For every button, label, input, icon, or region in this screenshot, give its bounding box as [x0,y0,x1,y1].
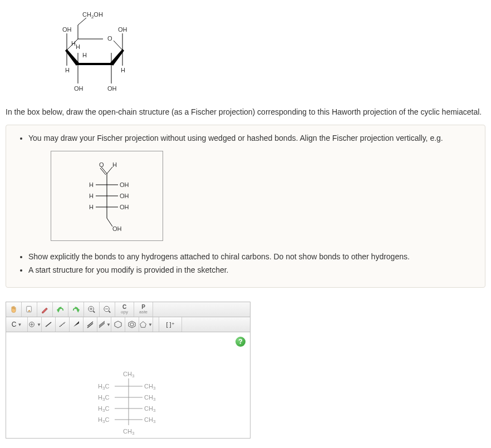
svg-text:H: H [89,181,94,188]
svg-text:OH: OH [118,26,127,33]
svg-text:OH: OH [112,225,122,232]
sketcher-toolbar-1: C opy P aste [6,302,251,317]
svg-point-66 [130,323,134,326]
select-tool-button[interactable] [22,302,37,317]
ring-pentagon-tool[interactable]: ▼ [139,317,153,332]
svg-line-43 [107,218,112,227]
svg-line-63 [99,323,105,328]
svg-marker-67 [140,322,146,328]
svg-line-57 [60,322,65,327]
svg-line-32 [107,167,112,174]
svg-text:H3C: H3C [98,383,109,391]
svg-text:CH3: CH3 [144,394,156,402]
instruction-box: You may draw your Fischer projection wit… [6,125,485,288]
svg-marker-58 [73,321,79,327]
svg-text:CH3: CH3 [123,428,135,436]
draw-tool-button[interactable] [37,302,53,317]
svg-text:H3C: H3C [98,416,109,424]
svg-line-10 [78,18,86,25]
svg-line-62 [99,322,105,327]
svg-line-3 [114,41,122,50]
svg-text:H: H [65,67,70,73]
svg-line-56 [46,322,51,327]
svg-marker-65 [129,321,135,328]
svg-text:H3C: H3C [98,405,109,413]
svg-text:OH: OH [62,26,72,33]
hand-tool-button[interactable] [6,302,22,317]
svg-text:CH3: CH3 [144,416,156,424]
fischer-example-svg: O H H OH H OH H OH OH [79,157,135,235]
svg-text:OH: OH [120,204,129,210]
paste-button[interactable]: P aste [134,302,153,317]
svg-marker-64 [115,321,121,328]
zoom-out-button[interactable] [100,302,115,317]
instruction-item-3: A start structure for you modify is prov… [28,265,474,274]
ring-benzene-tool[interactable] [125,317,139,332]
svg-line-49 [93,311,95,313]
fischer-example-box: O H H OH H OH H OH OH [51,151,163,241]
expand-button[interactable]: [ ]⁺ [159,317,182,332]
svg-text:CH3: CH3 [123,371,135,378]
haworth-structure: O CH2OH H OH H OH H H H OH OH [50,6,485,102]
svg-text:H: H [112,161,117,168]
svg-text:H: H [89,193,94,199]
charge-tool[interactable]: ▼ [28,317,42,332]
dotted-bond-tool[interactable] [56,317,70,332]
svg-text:OH: OH [120,181,129,188]
svg-text:OH: OH [107,85,117,92]
sketcher-canvas[interactable]: ? CH3 H3C CH3 H3C CH3 H3C CH3 H3C CH3 CH… [6,332,251,439]
sketcher: C opy P aste C▼ ▼ ▼ [6,302,251,439]
svg-text:H: H [121,67,125,73]
haworth-svg: O CH2OH H OH H OH H H H OH OH [50,6,139,100]
instruction-item-2: Show explicitly the bonds to any hydroge… [28,252,474,261]
starter-structure[interactable]: CH3 H3C CH3 H3C CH3 H3C CH3 H3C CH3 CH3 [90,370,168,438]
svg-marker-4 [76,63,114,65]
single-bond-tool[interactable] [42,317,56,332]
svg-text:OH: OH [74,85,84,92]
ring-hexagon-tool[interactable] [111,317,125,332]
svg-line-52 [109,311,110,313]
sketcher-toolbar-2: C▼ ▼ ▼ ▼ [ ]⁺ [6,317,251,332]
svg-text:H: H [71,40,76,47]
undo-button[interactable] [53,302,68,317]
svg-text:H: H [89,204,94,210]
svg-text:H: H [76,43,80,50]
svg-text:CH3: CH3 [144,383,156,391]
double-bond-tool[interactable] [84,317,97,332]
svg-text:OH: OH [120,193,129,199]
svg-text:H3C: H3C [98,394,109,402]
svg-text:H: H [82,52,87,58]
svg-marker-6 [65,49,79,66]
svg-text:O: O [107,35,112,42]
atom-picker[interactable]: C▼ [6,317,28,332]
help-button[interactable]: ? [235,337,246,347]
question-text: In the box below, draw the open-chain st… [6,107,485,116]
wedge-bond-tool[interactable] [70,317,84,332]
svg-marker-5 [110,49,124,66]
triple-bond-tool[interactable]: ▼ [97,317,111,332]
zoom-in-button[interactable] [84,302,100,317]
redo-button[interactable] [68,302,84,317]
svg-line-61 [99,321,105,326]
copy-button[interactable]: C opy [115,302,134,317]
svg-text:CH3: CH3 [144,405,156,413]
instruction-item-1: You may draw your Fischer projection wit… [28,134,474,142]
